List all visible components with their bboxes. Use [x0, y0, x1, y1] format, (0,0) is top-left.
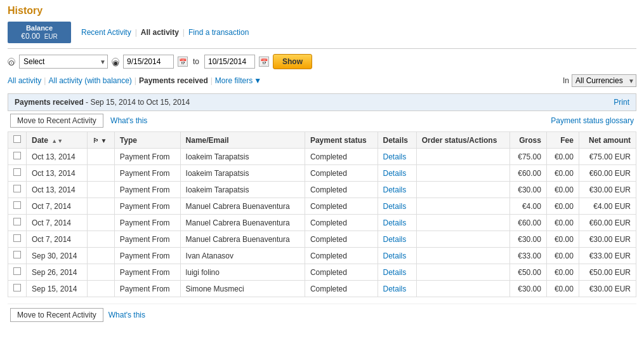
header-checkbox[interactable] [13, 135, 21, 143]
cell-fee-5: €0.00 [546, 231, 579, 248]
details-link-3[interactable]: Details [383, 202, 407, 211]
table-header-row: Date ▲▼ 🏳 ▼ Type Name/Email Payment stat… [8, 132, 636, 149]
row-checkbox-cell [8, 231, 27, 248]
bottom-whats-this-link[interactable]: What's this [108, 311, 145, 319]
whats-this-link[interactable]: What's this [110, 116, 147, 125]
move-to-recent-button[interactable]: Move to Recent Activity [10, 114, 103, 128]
row-checkbox-4[interactable] [13, 218, 21, 225]
table-row: Oct 7, 2014 Payment From Manuel Cabrera … [8, 231, 636, 248]
details-link-4[interactable]: Details [383, 218, 407, 227]
currency-select[interactable]: All Currencies [572, 74, 636, 87]
details-link-7[interactable]: Details [383, 268, 407, 277]
th-checkbox [8, 132, 27, 149]
cell-gross-2: €30.00 [509, 182, 546, 198]
cell-details-3: Details [378, 198, 416, 215]
details-link-2[interactable]: Details [383, 185, 407, 194]
tab-sep-1: | [44, 76, 46, 85]
cell-type-0: Payment From [114, 149, 180, 165]
currency-filter: In All Currencies ▼ [563, 74, 636, 87]
cell-fee-8: €0.00 [546, 281, 579, 297]
cell-type-8: Payment From [114, 281, 180, 297]
row-checkbox-3[interactable] [13, 201, 21, 209]
calendar-to-icon[interactable]: 📅 [259, 57, 269, 67]
tab-more-filters[interactable]: More filters ▼ [215, 76, 261, 85]
row-checkbox-2[interactable] [13, 185, 21, 192]
print-link[interactable]: Print [614, 98, 629, 107]
row-checkbox-5[interactable] [13, 234, 21, 242]
row-checkbox-7[interactable] [13, 267, 21, 275]
nav-find-transaction[interactable]: Find a transaction [188, 28, 249, 37]
cell-status-2: Completed [305, 182, 378, 198]
table-row: Oct 7, 2014 Payment From Manuel Cabrera … [8, 198, 636, 215]
cell-flag-4 [87, 215, 114, 231]
top-action-bar: Move to Recent Activity What's this Paym… [8, 114, 636, 128]
payments-header-date: - Sep 15, 2014 to Oct 15, 2014 [86, 98, 190, 107]
cell-order-2 [416, 182, 509, 198]
nav-recent-activity[interactable]: Recent Activity [81, 28, 131, 37]
details-link-5[interactable]: Details [383, 235, 407, 244]
select-wrapper: Select ▼ [19, 55, 108, 69]
sort-arrow-icon: ▲▼ [51, 138, 63, 144]
cell-order-4 [416, 215, 509, 231]
nav-links: Recent Activity | All activity | Find a … [81, 28, 249, 37]
tab-all-activity[interactable]: All activity [8, 76, 41, 85]
table-row: Sep 26, 2014 Payment From luigi folino C… [8, 264, 636, 281]
th-date[interactable]: Date ▲▼ [27, 132, 88, 149]
row-checkbox-cell [8, 198, 27, 215]
date-from-input[interactable] [123, 55, 174, 69]
row-checkbox-8[interactable] [13, 284, 21, 291]
tab-all-activity-balance[interactable]: All activity (with balance) [48, 76, 131, 85]
nav-all-activity[interactable]: All activity [141, 28, 179, 37]
payment-glossary-link[interactable]: Payment status glossary [551, 116, 634, 125]
th-order-status: Order status/Actions [416, 132, 509, 149]
row-checkbox-cell [8, 248, 27, 264]
cell-name-2: Ioakeim Tarapatsis [180, 182, 305, 198]
date-to-input[interactable] [204, 55, 255, 69]
details-link-0[interactable]: Details [383, 152, 407, 161]
cell-net-5: €30.00 EUR [579, 231, 636, 248]
radio-date[interactable]: ◉ [112, 58, 119, 65]
cell-gross-5: €30.00 [509, 231, 546, 248]
details-link-6[interactable]: Details [383, 251, 407, 260]
table-row: Sep 30, 2014 Payment From Ivan Atanasov … [8, 248, 636, 264]
page-title: History [8, 5, 636, 17]
flag-sort-icon[interactable]: 🏳 ▼ [93, 137, 107, 144]
cell-net-3: €4.00 EUR [579, 198, 636, 215]
cell-order-0 [416, 149, 509, 165]
cell-name-4: Manuel Cabrera Buenaventura [180, 215, 305, 231]
bottom-move-to-recent-button[interactable]: Move to Recent Activity [10, 308, 103, 322]
row-checkbox-1[interactable] [13, 168, 21, 176]
cell-status-3: Completed [305, 198, 378, 215]
table-row: Oct 7, 2014 Payment From Manuel Cabrera … [8, 215, 636, 231]
cell-date-6: Sep 30, 2014 [27, 248, 88, 264]
details-link-8[interactable]: Details [383, 285, 407, 293]
cell-net-8: €30.00 EUR [579, 281, 636, 297]
row-checkbox-cell [8, 182, 27, 198]
cell-status-5: Completed [305, 231, 378, 248]
show-button[interactable]: Show [273, 54, 312, 69]
table-body: Oct 13, 2014 Payment From Ioakeim Tarapa… [8, 149, 636, 297]
cell-name-7: luigi folino [180, 264, 305, 281]
radio-filter[interactable]: ⊙ [8, 58, 15, 65]
cell-order-7 [416, 264, 509, 281]
th-type: Type [114, 132, 180, 149]
cell-fee-3: €0.00 [546, 198, 579, 215]
cell-date-7: Sep 26, 2014 [27, 264, 88, 281]
filter-select[interactable]: Select [19, 55, 108, 69]
cell-date-4: Oct 7, 2014 [27, 215, 88, 231]
row-checkbox-6[interactable] [13, 251, 21, 258]
cell-details-1: Details [378, 165, 416, 182]
calendar-from-icon[interactable]: 📅 [178, 57, 188, 67]
top-bar: Balance €0.00 EUR Recent Activity | All … [8, 22, 636, 49]
row-checkbox-0[interactable] [13, 152, 21, 159]
action-bar-left: Move to Recent Activity What's this [10, 114, 147, 128]
cell-name-3: Manuel Cabrera Buenaventura [180, 198, 305, 215]
tab-payments-received[interactable]: Payments received [139, 76, 208, 85]
payments-header-strong: Payments received [15, 98, 84, 107]
cell-fee-1: €0.00 [546, 165, 579, 182]
details-link-1[interactable]: Details [383, 169, 407, 178]
cell-type-5: Payment From [114, 231, 180, 248]
cell-details-6: Details [378, 248, 416, 264]
cell-type-1: Payment From [114, 165, 180, 182]
th-flag: 🏳 ▼ [87, 132, 114, 149]
